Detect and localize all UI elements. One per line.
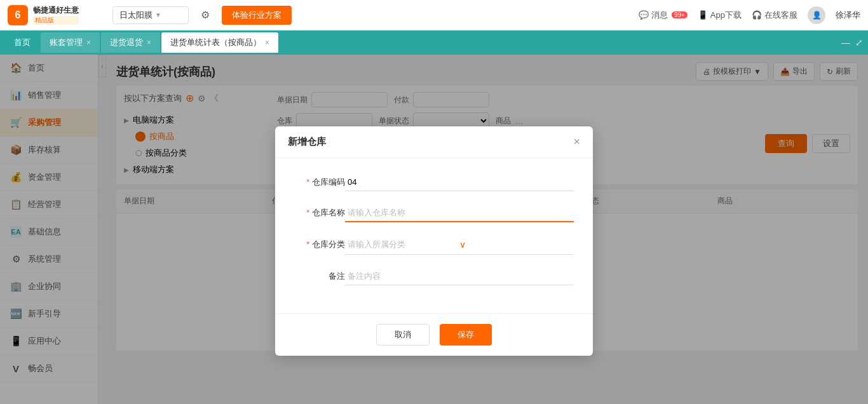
dialog-footer: 取消 保存: [275, 313, 593, 356]
form-item-remark: 备注: [294, 267, 574, 285]
header-right: 💬 消息 99+ 📱 App下载 🎧 在线客服 👤 徐泽华: [639, 6, 860, 24]
purchase-return-tab-close[interactable]: ×: [147, 38, 151, 47]
accounts-tab-close[interactable]: ×: [86, 38, 91, 47]
required-mark-category: *: [306, 239, 309, 249]
category-placeholder: 请输入所属分类: [348, 239, 459, 250]
category-label: * 仓库分类: [294, 239, 345, 250]
app-badge: 精品版: [33, 16, 79, 25]
tab-purchase-stats[interactable]: 进货单统计表（按商品） ×: [161, 32, 278, 53]
remark-input[interactable]: [345, 267, 574, 285]
store-name: 日太阳膜: [119, 10, 153, 21]
online-service-button[interactable]: 🎧 在线客服: [752, 10, 797, 21]
store-dropdown-arrow: ▼: [155, 11, 161, 18]
avatar-icon: 👤: [812, 11, 822, 20]
code-label: * 仓库编码: [294, 177, 345, 188]
trial-button[interactable]: 体验行业方案: [222, 6, 292, 25]
app-name: 畅捷通好生意: [33, 5, 79, 16]
messages-badge: 99+: [672, 11, 688, 18]
form-item-category: * 仓库分类 请输入所属分类 ∨: [294, 235, 574, 255]
logo-area: 6 畅捷通好生意 精品版: [8, 5, 106, 25]
logo-icon: 6: [8, 5, 28, 25]
purchase-stats-tab-label: 进货单统计表（按商品）: [170, 37, 261, 48]
modal-overlay: 新增仓库 × * 仓库编码 * 仓库名称: [0, 55, 868, 404]
required-mark-name: *: [306, 208, 309, 217]
category-dropdown-arrow: ∨: [459, 239, 571, 250]
tab-purchase-return[interactable]: 进货退货 ×: [101, 32, 160, 53]
dialog-title: 新增仓库: [288, 136, 326, 148]
purchase-return-tab-label: 进货退货: [110, 37, 143, 48]
headset-icon: 🎧: [752, 10, 762, 20]
form-item-name: * 仓库名称: [294, 204, 574, 222]
name-label: * 仓库名称: [294, 207, 345, 219]
tab-bar: 首页 账套管理 × 进货退货 × 进货单统计表（按商品） × — ⤢: [0, 30, 868, 55]
store-selector[interactable]: 日太阳膜 ▼: [112, 6, 189, 24]
category-select[interactable]: 请输入所属分类 ∨: [345, 235, 574, 255]
user-name[interactable]: 徐泽华: [836, 10, 860, 21]
message-icon: 💬: [639, 10, 649, 20]
avatar: 👤: [808, 6, 825, 24]
phone-icon: 📱: [698, 10, 708, 20]
purchase-stats-tab-close[interactable]: ×: [265, 38, 269, 47]
remark-label: 备注: [294, 271, 345, 282]
settings-icon[interactable]: ⚙: [195, 5, 215, 25]
name-input[interactable]: [345, 204, 574, 222]
tab-accounts[interactable]: 账套管理 ×: [41, 32, 100, 53]
required-mark-code: *: [306, 177, 309, 187]
app-download-button[interactable]: 📱 App下载: [698, 10, 742, 21]
code-input[interactable]: [345, 173, 574, 191]
dialog-close-icon[interactable]: ×: [573, 135, 580, 149]
cancel-button[interactable]: 取消: [376, 324, 430, 346]
tab-home[interactable]: 首页: [5, 32, 39, 53]
tab-bar-right: — ⤢: [841, 37, 863, 48]
save-button[interactable]: 保存: [440, 324, 492, 346]
tab-expand-icon[interactable]: ⤢: [855, 37, 863, 48]
form-item-code: * 仓库编码: [294, 173, 574, 191]
new-warehouse-dialog: 新增仓库 × * 仓库编码 * 仓库名称: [275, 126, 593, 356]
home-tab-label: 首页: [14, 37, 31, 48]
dialog-header: 新增仓库 ×: [275, 126, 593, 158]
tab-minimize-icon[interactable]: —: [841, 37, 850, 48]
messages-button[interactable]: 💬 消息 99+: [639, 10, 688, 21]
accounts-tab-label: 账套管理: [50, 37, 83, 48]
dialog-body: * 仓库编码 * 仓库名称 * 仓库分类: [275, 158, 593, 313]
